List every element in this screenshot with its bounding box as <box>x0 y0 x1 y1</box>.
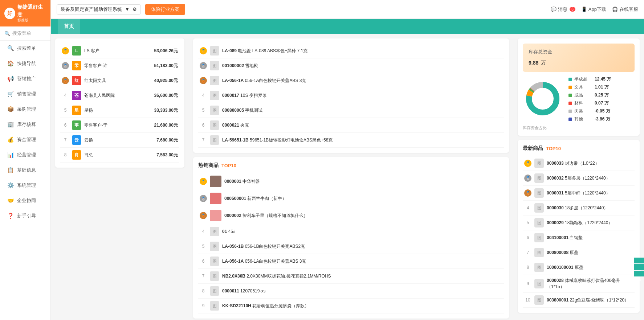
customer-badge: 苍 <box>72 91 81 100</box>
float-service-button[interactable]: 服务社区 <box>634 264 644 270</box>
product-rank-item: 7 图 LA-59651-1B 59651-1B旋转投影灯电池盒ABS黑色+58… <box>198 133 504 148</box>
sidebar-item-inventory[interactable]: 🏢库存核算 <box>0 117 50 132</box>
customer-rank-list: 🥇 L LS 客户 53,006.26元🥈 零 零售客户-许 51,183.00… <box>60 44 179 163</box>
message-badge: 6 <box>570 7 575 12</box>
newest-product-info: 0000030 18多层（1220*2440） <box>547 205 633 211</box>
sidebar-item-enterprise[interactable]: 🤝企业协同 <box>0 193 50 208</box>
hot-product-info: 01 45# <box>222 229 502 234</box>
sidebar-item-label: 基础信息 <box>17 167 36 173</box>
product-info: LA-056-1A 056-1A白色按键开关盖ABS 3克 <box>222 78 502 84</box>
newest-product-item: 🥇 图 0000033 封边带（1.0*22） <box>523 156 635 171</box>
sidebar-item-operations[interactable]: 📊经营管理 <box>0 147 50 163</box>
sidebar-item-sales[interactable]: 🛒销售管理 <box>0 86 50 102</box>
product-icon: 图 <box>534 218 544 227</box>
hot-product-item: 🥈 000500001 新西兰牛肉（新牛） <box>198 190 504 207</box>
rank-number: 4 <box>62 93 69 98</box>
inventory-icon: 🏢 <box>7 121 14 128</box>
product-icon: 图 <box>534 188 544 198</box>
sidebar-item-label: 企业协同 <box>17 197 36 204</box>
customer-badge: 零 <box>72 120 81 130</box>
logo-icon: 好 <box>4 8 15 19</box>
customer-badge: 星 <box>72 106 81 115</box>
customer-amount: 33,333.00元 <box>154 107 178 114</box>
customer-rank-item: 🥈 零 零售客户-许 51,183.00元 <box>60 58 179 73</box>
newest-product-info: 0000031 5层中纤（1220*2440） <box>547 190 633 196</box>
product-icon: 图 <box>210 76 219 85</box>
sidebar-item-label: 经营管理 <box>17 152 36 158</box>
sidebar-item-basic[interactable]: 📋基础信息 <box>0 163 50 178</box>
product-rank-item: 🥈 图 001000002 雪地靴 <box>198 58 504 73</box>
customer-amount: 7,680.00元 <box>156 137 178 143</box>
rank-number: 4 <box>200 93 207 98</box>
sidebar-item-purchase[interactable]: 📦采购管理 <box>0 102 50 117</box>
rank-number: 5 <box>200 244 207 249</box>
basic-icon: 📋 <box>7 167 14 173</box>
rank-number: 8 <box>62 152 69 157</box>
sidebar-item-finance[interactable]: 💰资金管理 <box>0 132 50 147</box>
legend-value: -3.86 万 <box>595 116 610 122</box>
inventory-amount: 9.88 万 <box>529 57 629 67</box>
message-button[interactable]: 💬 消息 6 <box>551 6 575 13</box>
sidebar-item-quick[interactable]: 🏠快捷导航 <box>0 56 50 71</box>
sidebar-item-search[interactable]: 🔍搜索菜单 <box>0 41 50 56</box>
chevron-down-icon: ▼ <box>125 7 130 12</box>
system-selector[interactable]: 装备及固定资产辅助管理系统 ▼ ⚙ <box>57 4 141 15</box>
home-tab[interactable]: 首页 <box>58 19 80 34</box>
rank-number: 8 <box>524 265 531 270</box>
topbar-right: 💬 消息 6 📱 App下载 🎧 在线客服 <box>551 6 638 13</box>
customer-badge: 零 <box>72 61 81 70</box>
newest-product-info: 0000028 体械嘉枚味苏打饮品400毫升（1*15） <box>547 278 633 290</box>
sidebar-item-label: 营销推广 <box>17 75 36 82</box>
sidebar-item-system[interactable]: ⚙️系统管理 <box>0 178 50 193</box>
customer-rank-item: 4 苍 苍南县人民医院 36,600.00元 <box>60 88 179 103</box>
app-download-button[interactable]: 📱 App下载 <box>581 6 606 13</box>
rank-number: 9 <box>524 281 531 286</box>
legend-item: 文具 1.01 万 <box>568 84 611 90</box>
rank-number: 4 <box>524 205 531 210</box>
rank-number: 5 <box>524 220 531 225</box>
rank-number: 8 <box>200 288 207 294</box>
quick-icon: 🏠 <box>7 60 14 67</box>
newest-product-item: 9 图 0000028 体械嘉枚味苏打饮品400毫升（1*15） <box>523 275 635 293</box>
hot-product-info: 0000002 智利车子里（规格不知道填什么） <box>224 213 502 219</box>
online-service-button[interactable]: 🎧 在线客服 <box>612 6 638 13</box>
hot-product-item: 5图 LA-056-1B 056-1B白色按键开关壳ABS2克 <box>198 239 504 254</box>
sidebar-item-marketing[interactable]: 📢营销推广 <box>0 71 50 86</box>
product-icon: 图 <box>534 263 544 272</box>
product-icon: 图 <box>210 301 219 311</box>
sidebar-item-label: 库存核算 <box>17 121 36 128</box>
settings-icon[interactable]: ⚙ <box>133 7 137 12</box>
newest-products-card: 最新商品 TOP10 🥇 图 0000033 封边带（1.0*22）🥈 图 00… <box>518 140 640 313</box>
trial-button[interactable]: 体验行业方案 <box>145 4 185 15</box>
hot-product-item: 🥇 0000001 中华神器 <box>198 173 504 190</box>
newest-product-info: 004100001 白钢垫 <box>547 235 633 241</box>
rank-number: 4 <box>200 229 207 234</box>
product-info: 000800005 手机测试 <box>222 107 502 114</box>
sidebar-item-guide[interactable]: ❓新手引导 <box>0 208 50 223</box>
inventory-header: 库存总资金 9.88 万 <box>523 44 635 72</box>
customer-rank-item: 7 云 云扬 7,680.00元 <box>60 133 179 148</box>
customer-amount: 40,925.00元 <box>154 78 178 84</box>
newest-products-top10: TOP10 <box>546 146 561 151</box>
product-info: 0000021 夹克 <box>222 122 502 128</box>
legend-label: 半成品 <box>574 76 592 82</box>
hot-product-item: 4图 01 45# <box>198 224 504 239</box>
rank-number: 6 <box>524 235 531 240</box>
product-thumbnail <box>210 210 221 221</box>
sidebar-nav: 🔍搜索菜单🏠快捷导航📢营销推广🛒销售管理📦采购管理🏢库存核算💰资金管理📊经营管理… <box>0 41 50 320</box>
float-service-button[interactable]: 客服热线 <box>634 258 644 263</box>
float-service-button[interactable]: 直播 <box>634 271 644 276</box>
rank-medal: 🥉 <box>200 212 207 219</box>
rank-number: 6 <box>200 123 207 128</box>
hot-products-top10: TOP10 <box>221 163 236 168</box>
customer-name: 云扬 <box>84 137 154 143</box>
logo-sub: 标准版 <box>17 18 46 23</box>
search-menu-item[interactable]: 🔍 搜索菜单 <box>0 26 50 41</box>
product-icon: 图 <box>210 61 219 70</box>
newest-products-title: 最新商品 TOP10 <box>523 145 635 152</box>
hot-product-info: KK-SD22110H 花语萌值温分腿裤袋（厚款） <box>222 303 502 309</box>
customer-ranking-card: 🥇 L LS 客户 53,006.26元🥈 零 零售客户-许 51,183.00… <box>55 38 184 168</box>
rank-number: 7 <box>200 274 207 279</box>
product-rank-item: 5 图 000800005 手机测试 <box>198 103 504 118</box>
legend-item: 半成品 12.45 万 <box>568 76 611 82</box>
